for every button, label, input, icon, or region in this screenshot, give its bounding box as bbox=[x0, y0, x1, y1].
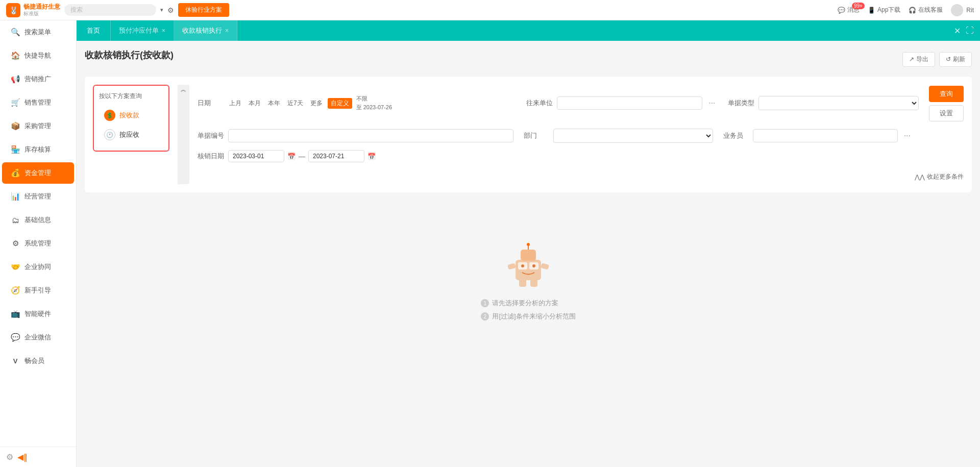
sidebar-item-wechat[interactable]: 💬 企业微信 bbox=[2, 327, 74, 348]
date-this-year[interactable]: 本年 bbox=[266, 98, 282, 109]
tab-expand-icon[interactable]: ⛶ bbox=[966, 26, 974, 35]
message-icon: 💬 bbox=[838, 7, 845, 14]
sidebar-collapse-btn[interactable]: ◀‖ bbox=[17, 452, 28, 462]
date-more[interactable]: 更多 bbox=[308, 98, 325, 109]
date-no-limit: 不限 bbox=[356, 95, 392, 103]
by-receivable-icon: 🕐 bbox=[104, 129, 115, 140]
tab-writeoff[interactable]: 收款核销执行 × bbox=[174, 20, 237, 41]
setting-btn[interactable]: 设置 bbox=[929, 105, 964, 121]
refresh-btn[interactable]: ↺ 刷新 bbox=[939, 52, 972, 67]
action-buttons: 查询 设置 bbox=[929, 85, 964, 121]
step-1-num: 1 bbox=[481, 299, 489, 307]
user-area[interactable]: Rit bbox=[951, 4, 974, 16]
cal-end-icon[interactable]: 📅 bbox=[368, 153, 376, 160]
filter-line-3: 核销日期 📅 — 📅 bbox=[198, 150, 964, 162]
app-download-label: App下载 bbox=[877, 6, 900, 14]
search-dropdown-icon[interactable]: ▾ bbox=[160, 7, 163, 13]
query-option-by-receivable[interactable]: 🕐 按应收 bbox=[99, 125, 163, 144]
sidebar-item-hardware[interactable]: 📺 智能硬件 bbox=[2, 303, 74, 325]
sidebar: 🔍 搜索菜单 🏠 快捷导航 📢 营销推广 🛒 销售管理 📦 采购管理 🏪 库存核… bbox=[0, 20, 77, 467]
sidebar-settings-icon[interactable]: ⚙ bbox=[6, 452, 13, 462]
app-name: 畅捷通好生意 bbox=[23, 3, 60, 10]
counterpart-input[interactable] bbox=[557, 96, 702, 110]
tab-prepay-label: 预付冲应付单 bbox=[119, 26, 159, 35]
tab-home[interactable]: 首页 bbox=[77, 20, 111, 41]
sidebar-item-search-menu[interactable]: 🔍 搜索菜单 bbox=[2, 21, 74, 43]
sidebar-item-system[interactable]: ⚙ 系统管理 bbox=[2, 233, 74, 254]
sidebar-item-business[interactable]: 📊 经营管理 bbox=[2, 186, 74, 207]
counterpart-more-icon[interactable]: ··· bbox=[706, 99, 717, 108]
filter-group-voucher: 单据编号 bbox=[198, 129, 513, 142]
settings-icon[interactable]: ⚙ bbox=[167, 6, 174, 14]
logo-area: 🐰 畅捷通好生意 标准版 bbox=[6, 3, 60, 17]
query-panel-title: 按以下方案查询 bbox=[99, 92, 163, 101]
staff-input[interactable] bbox=[753, 129, 898, 142]
collapse-btn[interactable]: 《 bbox=[178, 85, 189, 184]
by-receipt-icon: 💲 bbox=[104, 110, 115, 121]
top-search-bar[interactable]: 搜索 bbox=[64, 4, 156, 16]
user-name: Rit bbox=[966, 7, 974, 14]
empty-state: 1 请先选择要分析的方案 2 用[过滤]条件来缩小分析范围 bbox=[85, 199, 972, 362]
staff-label: 业务员 bbox=[723, 131, 749, 140]
sidebar-item-label-enterprise: 企业协同 bbox=[24, 262, 51, 272]
content-area: 首页 预付冲应付单 × 收款核销执行 × ✕ ⛶ 收款核销执行(按收 bbox=[77, 20, 980, 467]
app-download-btn[interactable]: 📱 App下载 bbox=[868, 6, 900, 14]
tab-prepay[interactable]: 预付冲应付单 × bbox=[111, 20, 174, 41]
filter-panel: 按以下方案查询 💲 按收款 🕐 按应收 《 bbox=[85, 77, 972, 192]
purchase-icon: 📦 bbox=[10, 121, 20, 131]
tab-close-icon[interactable]: ✕ bbox=[954, 26, 961, 36]
filter-group-writeoff-date: 核销日期 📅 — 📅 bbox=[198, 150, 964, 162]
svg-rect-9 bbox=[541, 263, 549, 270]
writeoff-date-end[interactable] bbox=[308, 150, 364, 162]
collapse-conditions-label: 收起更多条件 bbox=[927, 173, 964, 181]
sidebar-item-sales[interactable]: 🛒 销售管理 bbox=[2, 92, 74, 113]
sidebar-item-purchase[interactable]: 📦 采购管理 bbox=[2, 115, 74, 137]
sidebar-item-label-member: 畅会员 bbox=[24, 356, 44, 365]
filter-group-dept: 部门 bbox=[524, 129, 713, 143]
staff-more-icon[interactable]: ··· bbox=[902, 131, 913, 140]
online-service-btn[interactable]: 🎧 在线客服 bbox=[909, 6, 943, 14]
date-shortcuts: 上月 本月 本年 近7天 更多 自定义 bbox=[227, 98, 352, 109]
tab-prepay-close[interactable]: × bbox=[162, 27, 165, 34]
filter-fields: 日期 上月 本月 本年 近7天 更多 自定义 不限 至 bbox=[198, 85, 964, 184]
industry-btn[interactable]: 休验行业方案 bbox=[178, 3, 229, 17]
dept-select[interactable] bbox=[553, 129, 713, 143]
voucher-no-input[interactable] bbox=[228, 129, 513, 142]
sidebar-item-label-purchase: 采购管理 bbox=[24, 121, 51, 131]
date-this-month[interactable]: 本月 bbox=[247, 98, 263, 109]
message-btn[interactable]: 💬 消息 99+ bbox=[838, 6, 860, 14]
query-btn[interactable]: 查询 bbox=[929, 86, 964, 102]
doctype-select[interactable] bbox=[758, 96, 919, 110]
date-custom[interactable]: 自定义 bbox=[328, 98, 352, 109]
export-btn[interactable]: ↗ 导出 bbox=[902, 52, 935, 67]
sidebar-item-member[interactable]: V 畅会员 bbox=[2, 350, 74, 372]
sidebar-item-label-marketing: 营销推广 bbox=[24, 75, 51, 84]
sidebar-item-basic-info[interactable]: 🗂 基础信息 bbox=[2, 209, 74, 231]
sidebar-item-guide[interactable]: 🧭 新手引导 bbox=[2, 280, 74, 301]
cal-start-icon[interactable]: 📅 bbox=[287, 153, 296, 160]
app-download-icon: 📱 bbox=[868, 7, 875, 14]
sidebar-item-quick-nav[interactable]: 🏠 快捷导航 bbox=[2, 45, 74, 66]
date-7days[interactable]: 近7天 bbox=[285, 98, 305, 109]
top-header: 🐰 畅捷通好生意 标准版 搜索 ▾ ⚙ 休验行业方案 💬 消息 99+ 📱 Ap… bbox=[0, 0, 980, 20]
system-icon: ⚙ bbox=[10, 239, 20, 248]
tab-nav: 预付冲应付单 × 收款核销执行 × bbox=[111, 20, 237, 41]
empty-text: 1 请先选择要分析的方案 2 用[过滤]条件来缩小分析范围 bbox=[481, 299, 575, 321]
query-option-by-receipt[interactable]: 💲 按收款 bbox=[99, 106, 163, 125]
sidebar-item-marketing[interactable]: 📢 营销推广 bbox=[2, 68, 74, 90]
sidebar-item-finance[interactable]: 💰 资金管理 bbox=[2, 162, 74, 184]
sidebar-item-label-system: 系统管理 bbox=[24, 239, 51, 248]
sidebar-item-enterprise[interactable]: 🤝 企业协同 bbox=[2, 256, 74, 278]
empty-tip-1-line: 1 请先选择要分析的方案 bbox=[481, 299, 575, 308]
export-label: 导出 bbox=[916, 55, 928, 64]
sidebar-item-inventory[interactable]: 🏪 库存核算 bbox=[2, 139, 74, 160]
date-last-month[interactable]: 上月 bbox=[227, 98, 243, 109]
inventory-icon: 🏪 bbox=[10, 145, 20, 154]
empty-tip-2: 用[过滤]条件来缩小分析范围 bbox=[492, 312, 575, 321]
svg-point-4 bbox=[532, 264, 535, 267]
collapse-conditions[interactable]: ⋀⋀ 收起更多条件 bbox=[198, 169, 964, 184]
writeoff-date-start[interactable] bbox=[228, 150, 284, 162]
writeoff-date-label: 核销日期 bbox=[198, 152, 224, 161]
tab-writeoff-close[interactable]: × bbox=[225, 27, 229, 34]
page-title: 收款核销执行(按收款) bbox=[85, 49, 174, 61]
